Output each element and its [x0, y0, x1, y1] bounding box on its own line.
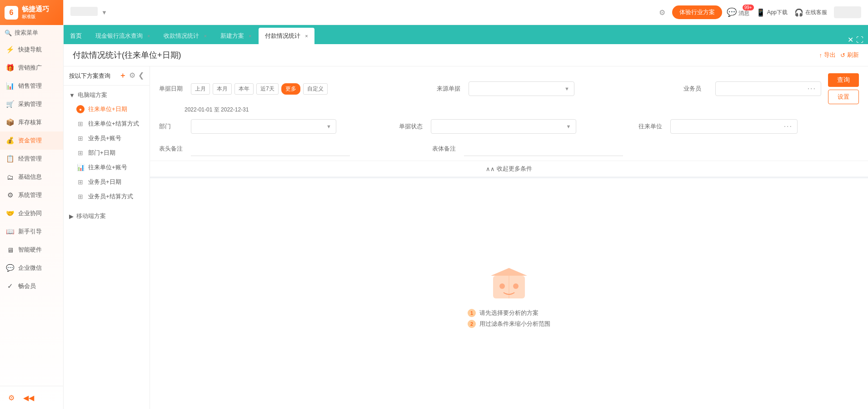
partner-select[interactable]: ··· — [670, 119, 798, 134]
sidebar-item-system[interactable]: ⚙ 系统管理 — [0, 186, 63, 204]
sidebar-item-finance[interactable]: 💰 资金管理 — [0, 131, 63, 150]
filter-row-1: 单据日期 上月 本月 本年 近7天 更多 自定义 来源单据 — [159, 73, 859, 104]
schema-item-partner-account[interactable]: 📊 往来单位+账号 — [64, 160, 150, 175]
svg-point-2 — [499, 283, 505, 289]
sidebar-item-vip[interactable]: ✓ 畅会员 — [0, 277, 63, 295]
refresh-icon: ↺ — [840, 52, 845, 59]
status-select[interactable]: ▼ — [431, 119, 576, 134]
headset-icon: 🎧 — [794, 8, 803, 17]
tab-payment-stats[interactable]: 付款情况统计 × — [259, 28, 314, 44]
gift-icon: 🎁 — [5, 63, 15, 72]
topbar: ▼ ⚙ 体验行业方案 💬 99+ 消息 📱 App下载 🎧 在线客服 — [64, 0, 868, 25]
staff-select[interactable]: ··· — [715, 81, 821, 96]
tab-home[interactable]: 首页 — [64, 28, 88, 44]
trial-btn[interactable]: 体验行业方案 — [672, 5, 722, 19]
export-btn[interactable]: ↑ 导出 — [819, 51, 836, 59]
settings-btn[interactable]: 设置 — [828, 90, 859, 104]
desktop-group-expand-icon: ▼ — [69, 92, 75, 99]
online-service-btn[interactable]: 🎧 在线客服 — [794, 8, 827, 17]
date-btn-last-month[interactable]: 上月 — [191, 83, 210, 95]
partner-dots-btn[interactable]: ··· — [784, 122, 793, 131]
partner-label: 往来单位 — [639, 122, 663, 131]
app-logo-icon: 6 — [5, 6, 18, 20]
tab-close-all-icon[interactable]: ✕ — [848, 35, 853, 44]
sidebar-settings-btn[interactable]: ⚙ — [5, 391, 18, 404]
schema-item-partner-date[interactable]: ● 往来单位+日期 — [64, 102, 150, 116]
app-download-btn[interactable]: 📱 App下载 — [756, 8, 788, 17]
settings-gear-icon[interactable]: ⚙ — [659, 8, 665, 17]
date-btn-more[interactable]: 更多 — [281, 83, 300, 95]
tab-bank-flow[interactable]: 现金银行流水查询 × — [89, 28, 156, 44]
sidebar-item-quick-nav[interactable]: ⚡ 快捷导航 — [0, 40, 63, 59]
results-area: 1 请先选择要分析的方案 2 用过滤条件来缩小分析范围 — [150, 178, 868, 409]
query-btn[interactable]: 查询 — [828, 73, 859, 87]
schema-table-icon-1: ⊞ — [76, 120, 85, 128]
message-btn[interactable]: 💬 99+ 消息 — [727, 7, 749, 17]
dept-label: 部门 — [159, 122, 184, 131]
sidebar-item-hardware[interactable]: 🖥 智能硬件 — [0, 241, 63, 259]
user-avatar[interactable] — [834, 6, 861, 18]
collapse-left-icon[interactable]: ❮ — [138, 71, 144, 81]
source-label: 来源单据 — [437, 85, 462, 93]
hint-item-2: 2 用过滤条件来缩小分析范围 — [468, 320, 550, 328]
chevron-up-icon: ∧∧ — [486, 166, 495, 172]
sidebar-item-purchase[interactable]: 🛒 采购管理 — [0, 95, 63, 113]
sidebar-item-wechat[interactable]: 💬 企业微信 — [0, 259, 63, 277]
hint-item-1: 1 请先选择要分析的方案 — [468, 309, 550, 317]
sidebar-item-sales[interactable]: 📊 销售管理 — [0, 77, 63, 95]
source-select[interactable]: ▼ — [469, 81, 574, 96]
left-panel: 按以下方案查询 ＋ ⚙ ❮ ▼ 电脑端方案 ● 往来单位+日期 — [64, 66, 150, 409]
breadcrumb-dropdown[interactable]: ▼ — [101, 9, 107, 16]
sidebar-item-basic[interactable]: 🗂 基础信息 — [0, 168, 63, 186]
date-btn-7days[interactable]: 近7天 — [256, 83, 279, 95]
date-btn-this-year[interactable]: 本年 — [234, 83, 254, 95]
collapse-more-btn[interactable]: ∧∧ 收起更多条件 — [486, 165, 532, 173]
empty-state: 1 请先选择要分析的方案 2 用过滤条件来缩小分析范围 — [468, 260, 550, 328]
tab-payment-stats-close[interactable]: × — [305, 33, 308, 39]
schema-settings-icon[interactable]: ⚙ — [129, 71, 135, 81]
mobile-group-header[interactable]: ▶ 移动端方案 — [64, 209, 150, 223]
tab-receipt-stats[interactable]: 收款情况统计 × — [157, 28, 213, 44]
date-label: 单据日期 — [159, 85, 184, 93]
sidebar-collapse-btn[interactable]: ◀◀ — [22, 391, 35, 404]
head-note-label: 表头备注 — [159, 145, 184, 153]
staff-dots-btn[interactable]: ··· — [808, 85, 816, 93]
status-select-arrow: ▼ — [566, 124, 571, 129]
tab-receipt-stats-close[interactable]: × — [204, 33, 206, 39]
tab-maximize-icon[interactable]: ⛶ — [856, 36, 863, 44]
search-menu[interactable]: 🔍 搜索菜单 — [0, 25, 63, 40]
schema-item-partner-settle[interactable]: ⊞ 往来单位+结算方式 — [64, 116, 150, 131]
right-filter-wrapper: 单据日期 上月 本月 本年 近7天 更多 自定义 来源单据 — [150, 66, 868, 409]
date-btn-custom[interactable]: 自定义 — [303, 83, 328, 95]
monitor-icon: 🖥 — [5, 245, 15, 254]
sidebar-item-operation[interactable]: 📋 经营管理 — [0, 150, 63, 168]
head-note-input[interactable] — [191, 141, 350, 156]
tab-new-plan-close[interactable]: × — [249, 33, 251, 39]
sidebar-item-marketing[interactable]: 🎁 营销推广 — [0, 59, 63, 77]
vip-icon: ✓ — [5, 282, 15, 291]
svg-marker-1 — [491, 268, 527, 276]
page-title: 付款情况统计(往来单位+日期) — [73, 50, 181, 61]
sidebar-item-inventory[interactable]: 📦 库存核算 — [0, 113, 63, 131]
add-schema-icon[interactable]: ＋ — [119, 71, 126, 81]
hint-num-2: 2 — [468, 320, 476, 328]
schema-active-icon: ● — [76, 105, 85, 113]
body-note-input[interactable] — [464, 141, 623, 156]
schema-table-icon-3: ⊞ — [76, 149, 85, 157]
schema-item-staff-settle[interactable]: ⊞ 业务员+结算方式 — [64, 189, 150, 204]
schema-item-dept-date[interactable]: ⊞ 部门+日期 — [64, 146, 150, 160]
schema-item-staff-account[interactable]: ⊞ 业务员+账号 — [64, 131, 150, 146]
sidebar-item-enterprise[interactable]: 🤝 企业协同 — [0, 204, 63, 222]
desktop-group-header[interactable]: ▼ 电脑端方案 — [64, 88, 150, 102]
dept-select[interactable]: ▼ — [191, 119, 336, 134]
schema-table-icon-4: ⊞ — [76, 178, 85, 186]
schema-item-staff-date[interactable]: ⊞ 业务员+日期 — [64, 175, 150, 189]
schema-table-icon-5: ⊞ — [76, 192, 85, 201]
tab-bank-flow-close[interactable]: × — [147, 33, 150, 39]
date-btn-this-month[interactable]: 本月 — [213, 83, 232, 95]
refresh-btn[interactable]: ↺ 刷新 — [840, 51, 859, 59]
sidebar-item-guide[interactable]: 📖 新手引导 — [0, 222, 63, 241]
main-area: ▼ ⚙ 体验行业方案 💬 99+ 消息 📱 App下载 🎧 在线客服 — [64, 0, 868, 409]
tab-new-plan[interactable]: 新建方案 × — [214, 28, 258, 44]
cart-icon: 🛒 — [5, 100, 15, 109]
